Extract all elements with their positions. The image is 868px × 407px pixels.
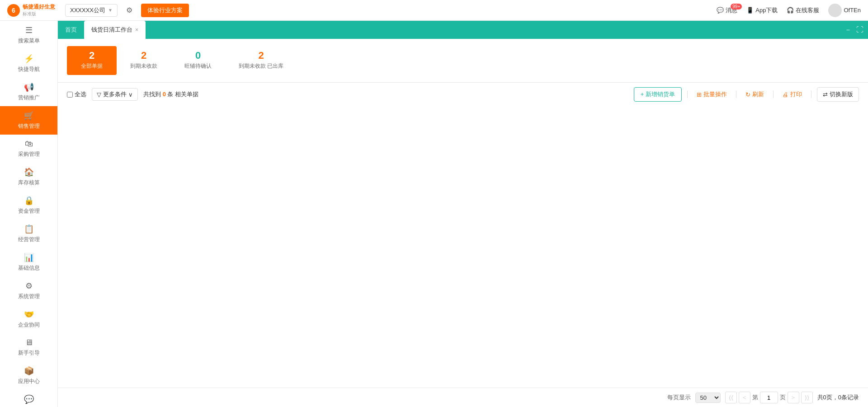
switch-icon: ⇄ <box>823 91 828 98</box>
page-content: 2 全部单据 2 到期未收款 0 旺辅待确认 2 到期未收款 已出库 <box>58 39 868 407</box>
sidebar-item-app-center[interactable]: 📦 应用中心 <box>0 361 57 390</box>
inventory-icon: 🏠 <box>24 167 34 177</box>
username-display: OfTEn <box>844 7 861 14</box>
refresh-button[interactable]: ↻ 刷新 <box>742 89 768 100</box>
stat-card-overdue-out[interactable]: 2 到期未收款 已出库 <box>225 46 297 75</box>
tab-actions: － ⛶ <box>844 25 868 35</box>
page-total: 共0页，0条记录 <box>817 393 859 402</box>
sidebar-item-operations[interactable]: 📋 经营管理 <box>0 220 57 248</box>
stat-num-pending: 0 <box>195 50 201 61</box>
batch-label: 批量操作 <box>703 90 727 98</box>
company-selector[interactable]: XXXXXX公司 ▼ <box>65 4 118 17</box>
sidebar-label-search-menu: 搜索菜单 <box>18 37 40 45</box>
sidebar-item-cooperation[interactable]: 🤝 企业协同 <box>0 305 57 333</box>
sidebar-item-search-menu[interactable]: ☰ 搜索菜单 <box>0 21 57 49</box>
page-size-select[interactable]: 10 20 50 100 <box>695 393 721 403</box>
refresh-icon: ↻ <box>745 91 750 98</box>
marketing-icon: 📢 <box>24 82 34 92</box>
settings-button[interactable]: ⚙ <box>122 3 137 18</box>
select-all-input[interactable] <box>67 92 73 98</box>
page-last-button[interactable]: ⟩⟩ <box>801 392 813 403</box>
trial-button[interactable]: 体验行业方案 <box>141 4 189 17</box>
page-next-button[interactable]: ＞ <box>788 392 799 403</box>
print-icon: 🖨 <box>783 91 788 98</box>
filter-icon: ▽ <box>97 91 101 98</box>
stat-card-all[interactable]: 2 全部单据 <box>67 46 117 75</box>
page-first-button[interactable]: ⟨⟨ <box>725 392 737 403</box>
tab-maximize-button[interactable]: ⛶ <box>856 26 863 34</box>
toolbar-right: + 新增销货单 ⊞ 批量操作 ↻ 刷新 🖨 打印 <box>634 87 859 102</box>
tab-active[interactable]: 钱货日清工作台 × <box>84 21 146 39</box>
refresh-label: 刷新 <box>752 90 764 98</box>
app-center-icon: 📦 <box>24 366 34 376</box>
sidebar-item-purchase[interactable]: 🛍 采购管理 <box>0 135 57 163</box>
sidebar-item-inventory[interactable]: 🏠 库存核算 <box>0 163 57 191</box>
new-sale-label: + 新增销货单 <box>641 90 675 98</box>
online-service-button[interactable]: 🎧 在线客服 <box>787 6 819 14</box>
sidebar-item-base-info[interactable]: 📊 基础信息 <box>0 248 57 276</box>
app-download-button[interactable]: 📱 App下载 <box>746 6 778 14</box>
purchase-icon: 🛍 <box>25 139 33 149</box>
stat-label-pending: 旺辅待确认 <box>184 62 212 70</box>
select-all-checkbox[interactable]: 全选 <box>67 90 86 98</box>
stat-label-overdue-out: 到期未收款 已出库 <box>239 62 283 70</box>
stats-bar: 2 全部单据 2 到期未收款 0 旺辅待确认 2 到期未收款 已出库 <box>58 39 868 82</box>
filter-button[interactable]: ▽ 更多条件 ∨ <box>92 88 138 101</box>
wechat-icon: 💬 <box>24 394 34 404</box>
tab-minimize-button[interactable]: － <box>844 25 852 35</box>
avatar <box>828 4 842 17</box>
download-icon: 📱 <box>746 7 754 14</box>
stat-num-overdue-out: 2 <box>259 50 264 61</box>
logo-icon: 6 <box>7 4 20 17</box>
tab-home[interactable]: 首页 <box>58 21 84 39</box>
stat-num-overdue: 2 <box>141 50 146 61</box>
company-name: XXXXXX公司 <box>70 6 105 14</box>
tab-active-label: 钱货日清工作台 <box>91 26 132 34</box>
content-area: 首页 钱货日清工作台 × － ⛶ 2 全部单据 2 到期未收款 <box>58 21 868 407</box>
stat-card-pending[interactable]: 0 旺辅待确认 <box>171 46 225 75</box>
sidebar-item-finance[interactable]: 🔒 资金管理 <box>0 191 57 220</box>
sidebar-label-operations: 经营管理 <box>18 236 40 243</box>
sidebar-label-purchase: 采购管理 <box>18 150 40 158</box>
tab-home-label: 首页 <box>65 26 77 34</box>
user-avatar-area[interactable]: OfTEn <box>828 4 861 17</box>
operations-icon: 📋 <box>24 224 34 234</box>
stat-card-overdue[interactable]: 2 到期未收款 <box>117 46 171 75</box>
logo-text: 畅捷通好生意 标准版 <box>23 4 55 17</box>
page-prev-button[interactable]: ＜ <box>739 392 750 403</box>
messages-button[interactable]: 💬 消息 99+ <box>717 6 737 14</box>
sidebar-item-marketing[interactable]: 📢 营销推广 <box>0 78 57 106</box>
print-button[interactable]: 🖨 打印 <box>779 89 806 100</box>
service-icon: 🎧 <box>787 7 794 14</box>
switch-version-button[interactable]: ⇄ 切换新版 <box>817 87 859 102</box>
sidebar-item-sales[interactable]: 🛒 销售管理 <box>0 106 57 135</box>
batch-icon: ⊞ <box>697 91 702 98</box>
base-info-icon: 📊 <box>24 253 34 262</box>
filter-label: 更多条件 <box>103 90 127 98</box>
main-layout: ☰ 搜索菜单 ⚡ 快捷导航 📢 营销推广 🛒 销售管理 🛍 采购管理 🏠 库存核… <box>0 21 868 407</box>
page-info-suffix: 页 <box>780 393 786 402</box>
sidebar-label-marketing: 营销推广 <box>18 94 40 102</box>
page-size-label: 每页显示 <box>667 393 691 402</box>
sidebar-item-system[interactable]: ⚙ 系统管理 <box>0 276 57 305</box>
new-sale-button[interactable]: + 新增销货单 <box>634 87 682 102</box>
toolbar-divider-1 <box>687 91 688 98</box>
tab-close-button[interactable]: × <box>135 27 138 33</box>
sidebar-item-guide[interactable]: 🖥 新手引导 <box>0 333 57 361</box>
stat-num-all: 2 <box>89 50 94 61</box>
toolbar-divider-2 <box>736 91 736 98</box>
sidebar: ☰ 搜索菜单 ⚡ 快捷导航 📢 营销推广 🛒 销售管理 🛍 采购管理 🏠 库存核… <box>0 21 58 407</box>
cooperation-icon: 🤝 <box>24 309 34 319</box>
tab-bar: 首页 钱货日清工作台 × － ⛶ <box>58 21 868 39</box>
sidebar-item-wechat[interactable]: 💬 企业微信 <box>0 390 57 407</box>
online-service-label: 在线客服 <box>796 6 819 14</box>
toolbar: 全选 ▽ 更多条件 ∨ 共找到 0 条 相关单据 <box>58 82 868 106</box>
found-count: 0 <box>163 91 166 98</box>
sidebar-label-finance: 资金管理 <box>18 207 40 215</box>
sidebar-item-quick-nav[interactable]: ⚡ 快捷导航 <box>0 49 57 78</box>
toolbar-divider-3 <box>773 91 774 98</box>
page-info-prefix: 第 <box>752 393 758 402</box>
batch-operation-button[interactable]: ⊞ 批量操作 <box>693 89 731 100</box>
guide-icon: 🖥 <box>25 338 33 347</box>
page-number-input[interactable] <box>760 392 778 403</box>
